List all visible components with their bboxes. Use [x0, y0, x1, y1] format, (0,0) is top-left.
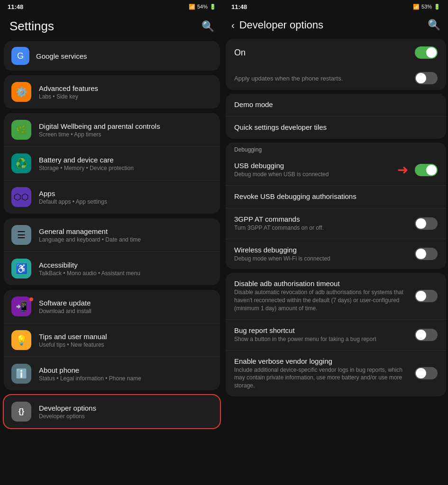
right-search-icon[interactable]: 🔍: [428, 19, 440, 31]
left-battery-icon: 🔋: [210, 4, 216, 10]
right-time: 11:48: [231, 3, 247, 10]
usb-debugging-arrow: ➜: [397, 162, 408, 178]
software-text: Software update Download and install: [39, 299, 212, 314]
bug-report-toggle[interactable]: [415, 329, 438, 341]
accessibility-icon: ♿: [11, 259, 31, 278]
usb-debugging-subtitle: Debug mode when USB is connected: [234, 171, 393, 179]
apply-updates-row: Apply updates when the phone restarts.: [226, 66, 446, 90]
usb-debugging-item[interactable]: USB debugging Debug mode when USB is con…: [226, 155, 446, 186]
wellbeing-text: Digital Wellbeing and parental controls …: [39, 122, 212, 138]
revoke-usb-title: Revoke USB debugging authorisations: [234, 192, 438, 200]
wireless-debugging-toggle[interactable]: [415, 248, 438, 260]
left-wifi-icon: 📶: [189, 4, 195, 10]
demo-mode-title: Demo mode: [234, 100, 438, 108]
adb-section: Disable adb authorisation timeout Disabl…: [226, 273, 446, 396]
right-status-bar: 11:48 📶 53% 🔋: [224, 0, 448, 13]
back-button[interactable]: ‹: [231, 20, 235, 31]
apps-title: Apps: [39, 189, 212, 198]
3gpp-subtitle: Turn 3GPP AT commands on or off.: [234, 224, 410, 232]
developer-on-toggle[interactable]: [415, 46, 438, 59]
digital-wellbeing-item[interactable]: 🌿 Digital Wellbeing and parental control…: [4, 113, 220, 147]
battery-title: Battery and device care: [39, 156, 212, 164]
left-status-bar: 11:48 📶 54% 🔋: [0, 0, 224, 13]
3gpp-toggle[interactable]: [415, 217, 438, 230]
general-text: General management Language and keyboard…: [39, 227, 212, 243]
left-time: 11:48: [8, 3, 23, 10]
disable-adb-item[interactable]: Disable adb authorisation timeout Disabl…: [226, 273, 446, 319]
bug-report-text: Bug report shortcut Show a button in the…: [234, 326, 410, 343]
advanced-group: ⚙️ Advanced features Labs • Side key: [4, 75, 220, 108]
quick-settings-item[interactable]: Quick settings developer tiles: [226, 117, 446, 139]
quick-settings-text: Quick settings developer tiles: [234, 123, 438, 132]
accessibility-text: Accessibility TalkBack • Mono audio • As…: [39, 261, 212, 277]
left-search-icon[interactable]: 🔍: [201, 20, 214, 33]
bug-report-subtitle: Show a button in the power menu for taki…: [234, 335, 410, 343]
revoke-usb-text: Revoke USB debugging authorisations: [234, 192, 438, 201]
left-battery-text: 54%: [197, 4, 208, 9]
advanced-subtitle: Labs • Side key: [39, 93, 212, 100]
quick-settings-title: Quick settings developer tiles: [234, 123, 438, 131]
revoke-usb-item[interactable]: Revoke USB debugging authorisations: [226, 186, 446, 208]
accessibility-item[interactable]: ♿ Accessibility TalkBack • Mono audio • …: [4, 252, 220, 285]
left-title: Settings: [9, 19, 54, 34]
google-icon: G: [11, 47, 29, 65]
tips-subtitle: Useful tips • New features: [39, 341, 212, 348]
google-services-item[interactable]: G Google services: [4, 41, 220, 71]
demo-section: Demo mode Quick settings developer tiles: [226, 94, 446, 139]
left-header: Settings 🔍: [0, 13, 224, 41]
software-update-item[interactable]: 📲 Software update Download and install: [4, 290, 220, 323]
disable-adb-text: Disable adb authorisation timeout Disabl…: [234, 279, 410, 312]
developer-title: Developer options: [39, 404, 212, 412]
software-group: 📲 Software update Download and install 💡…: [4, 290, 220, 390]
on-row[interactable]: On: [226, 39, 446, 66]
debugging-section: Debugging USB debugging Debug mode when …: [226, 143, 446, 269]
3gpp-text: 3GPP AT commands Turn 3GPP AT commands o…: [234, 215, 410, 232]
developer-subtitle: Developer options: [39, 413, 212, 420]
general-title: General management: [39, 227, 212, 235]
verbose-logging-item[interactable]: Enable verbose vendor logging Include ad…: [226, 350, 446, 396]
verbose-logging-text: Enable verbose vendor logging Include ad…: [234, 357, 410, 390]
right-panel: 11:48 📶 53% 🔋 ‹ Developer options 🔍 On A…: [224, 0, 448, 485]
battery-subtitle: Storage • Memory • Device protection: [39, 165, 212, 171]
general-subtitle: Language and keyboard • Date and time: [39, 236, 212, 243]
usb-debugging-toggle[interactable]: [415, 164, 438, 176]
tips-text: Tips and user manual Useful tips • New f…: [39, 332, 212, 348]
debugging-label: Debugging: [226, 143, 446, 155]
about-text: About phone Status • Legal information •…: [39, 366, 212, 382]
demo-mode-item[interactable]: Demo mode: [226, 94, 446, 117]
bug-report-item[interactable]: Bug report shortcut Show a button in the…: [226, 320, 446, 350]
apps-icon: ⬡⬡: [11, 187, 31, 207]
about-phone-item[interactable]: ℹ️ About phone Status • Legal informatio…: [4, 357, 220, 390]
on-label: On: [234, 48, 246, 58]
apply-updates-toggle[interactable]: [415, 72, 438, 84]
apps-text: Apps Default apps • App settings: [39, 189, 212, 205]
verbose-logging-toggle[interactable]: [415, 367, 438, 379]
wireless-debugging-subtitle: Debug mode when Wi-Fi is connected: [234, 255, 410, 263]
demo-mode-text: Demo mode: [234, 100, 438, 109]
wireless-debugging-item[interactable]: Wireless debugging Debug mode when Wi-Fi…: [226, 239, 446, 269]
disable-adb-subtitle: Disable automatic revocation of adb auth…: [234, 288, 410, 312]
developer-options-item[interactable]: {} Developer options Developer options: [4, 395, 220, 428]
left-battery: 📶 54% 🔋: [189, 4, 216, 10]
tips-item[interactable]: 💡 Tips and user manual Useful tips • New…: [4, 323, 220, 357]
advanced-text: Advanced features Labs • Side key: [39, 84, 212, 100]
battery-icon: ♻️: [11, 153, 31, 173]
developer-text: Developer options Developer options: [39, 404, 212, 420]
software-title: Software update: [39, 299, 212, 307]
wellbeing-subtitle: Screen time • App timers: [39, 131, 212, 138]
apps-item[interactable]: ⬡⬡ Apps Default apps • App settings: [4, 180, 220, 214]
3gpp-item[interactable]: 3GPP AT commands Turn 3GPP AT commands o…: [226, 208, 446, 239]
disable-adb-toggle[interactable]: [415, 290, 438, 302]
general-group: ☰ General management Language and keyboa…: [4, 218, 220, 285]
battery-item[interactable]: ♻️ Battery and device care Storage • Mem…: [4, 147, 220, 180]
advanced-features-item[interactable]: ⚙️ Advanced features Labs • Side key: [4, 75, 220, 108]
general-management-item[interactable]: ☰ General management Language and keyboa…: [4, 218, 220, 252]
on-section: On Apply updates when the phone restarts…: [226, 39, 446, 90]
about-icon: ℹ️: [11, 364, 31, 384]
wireless-debugging-text: Wireless debugging Debug mode when Wi-Fi…: [234, 246, 410, 263]
usb-debugging-title: USB debugging: [234, 162, 393, 170]
right-battery-icon: 🔋: [434, 4, 440, 10]
right-battery: 📶 53% 🔋: [413, 4, 440, 10]
accessibility-subtitle: TalkBack • Mono audio • Assistant menu: [39, 270, 212, 277]
google-services-label: Google services: [36, 52, 87, 60]
